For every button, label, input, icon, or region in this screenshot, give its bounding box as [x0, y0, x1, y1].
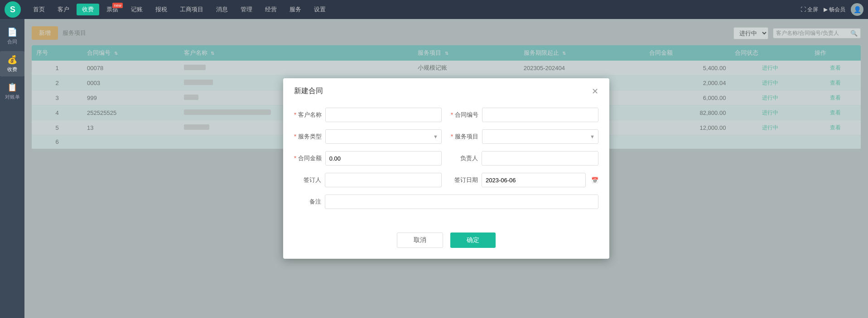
nav-home[interactable]: 首页 — [28, 4, 50, 15]
nav-operation[interactable]: 经营 — [260, 4, 282, 15]
main-layout: 📄 合同 💰 收费 📋 对账单 新增 服务项目 进行中 已完成 已终止 🔍 — [0, 19, 868, 318]
form-group-amount: 合同金额 0.00 — [294, 151, 442, 166]
signer-input[interactable] — [325, 173, 442, 187]
contract-icon: 📄 — [7, 27, 17, 37]
content-area: 新增 服务项目 进行中 已完成 已终止 🔍 序号 合同编号 ⇅ 客户名称 ⇅ 服… — [24, 19, 868, 318]
sidebar: 📄 合同 💰 收费 📋 对账单 — [0, 19, 24, 318]
customer-input[interactable] — [325, 108, 442, 122]
statement-icon: 📋 — [7, 82, 17, 92]
nav-business[interactable]: 工商项目 — [174, 4, 209, 15]
contract-no-label: 合同编号 — [451, 111, 478, 119]
form-row-3: 合同金额 0.00 负责人 — [294, 151, 598, 166]
form-group-contract-no: 合同编号 — [451, 108, 598, 122]
form-group-customer: 客户名称 — [294, 108, 442, 122]
form-group-sign-date: 签订日期 2023-06-06 📅 — [451, 173, 598, 187]
service-type-select[interactable] — [325, 129, 442, 144]
logo-icon: S — [5, 1, 21, 18]
new-contract-modal: 新建合同 ✕ 客户名称 合同编号 — [283, 78, 609, 259]
modal-overlay: 新建合同 ✕ 客户名称 合同编号 — [24, 19, 868, 318]
nav-settings[interactable]: 设置 — [309, 4, 331, 15]
form-group-person: 负责人 — [451, 151, 598, 166]
remark-input[interactable] — [325, 195, 598, 209]
modal-body: 客户名称 合同编号 服务类型 ▼ — [283, 100, 609, 227]
nav-service[interactable]: 服务 — [284, 4, 307, 15]
nav-manage[interactable]: 管理 — [235, 4, 258, 15]
form-group-service-type: 服务类型 ▼ — [294, 129, 442, 144]
service-item-label: 服务项目 — [451, 133, 478, 141]
amount-input[interactable]: 0.00 — [325, 151, 442, 166]
form-group-service-item: 服务项目 ▼ — [451, 129, 598, 144]
nav-customer[interactable]: 客户 — [52, 4, 75, 15]
service-type-select-wrap: ▼ — [325, 129, 442, 144]
modal-close-button[interactable]: ✕ — [592, 87, 598, 95]
sidebar-item-statement[interactable]: 📋 对账单 — [0, 79, 24, 104]
sign-date-input[interactable]: 2023-06-06 — [482, 173, 586, 187]
amount-label: 合同金额 — [294, 154, 322, 162]
nav-tax[interactable]: 报税 — [150, 4, 173, 15]
form-row-4: 签订人 签订日期 2023-06-06 📅 — [294, 173, 598, 187]
member-icon: ▶ — [824, 6, 828, 13]
cancel-button[interactable]: 取消 — [397, 233, 443, 248]
service-type-label: 服务类型 — [294, 133, 322, 141]
confirm-button[interactable]: 确定 — [450, 233, 496, 248]
top-nav-right: ⛶ 全屏 ▶ 畅会员 👤 — [800, 3, 863, 16]
sidebar-item-billing[interactable]: 💰 收费 — [0, 51, 24, 76]
person-input[interactable] — [482, 151, 598, 166]
form-row-1: 客户名称 合同编号 — [294, 108, 598, 122]
service-item-select[interactable] — [482, 129, 598, 144]
customer-label: 客户名称 — [294, 111, 322, 119]
nav-items: 首页 客户 收费 票据 new 记账 报税 工商项目 消息 管理 经营 服务 设… — [28, 4, 800, 15]
nav-message[interactable]: 消息 — [211, 4, 233, 15]
person-label: 负责人 — [451, 154, 478, 162]
fullscreen-icon: ⛶ — [800, 6, 806, 13]
top-nav: S 首页 客户 收费 票据 new 记账 报税 工商项目 消息 管理 经营 服务… — [0, 0, 868, 19]
calendar-icon[interactable]: 📅 — [591, 177, 598, 184]
modal-title: 新建合同 — [294, 86, 323, 96]
nav-bookkeeping[interactable]: 记账 — [125, 4, 148, 15]
modal-footer: 取消 确定 — [283, 227, 609, 259]
signer-label: 签订人 — [294, 176, 321, 184]
modal-header: 新建合同 ✕ — [283, 78, 609, 100]
new-badge: new — [112, 3, 123, 8]
remark-label: 备注 — [294, 198, 321, 206]
nav-billing[interactable]: 收费 — [77, 4, 99, 15]
billing-icon: 💰 — [7, 55, 17, 65]
sidebar-item-contract[interactable]: 📄 合同 — [0, 24, 24, 49]
contract-no-input[interactable] — [482, 108, 598, 122]
nav-invoice[interactable]: 票据 new — [101, 4, 124, 15]
sign-date-label: 签订日期 — [451, 176, 478, 184]
form-group-remark: 备注 — [294, 195, 598, 209]
form-group-signer: 签订人 — [294, 173, 442, 187]
form-row-2: 服务类型 ▼ 服务项目 ▼ — [294, 129, 598, 144]
member-button[interactable]: ▶ 畅会员 — [824, 6, 845, 14]
service-item-select-wrap: ▼ — [482, 129, 598, 144]
fullscreen-button[interactable]: ⛶ 全屏 — [800, 6, 818, 14]
avatar[interactable]: 👤 — [851, 3, 863, 16]
form-row-5: 备注 — [294, 195, 598, 209]
